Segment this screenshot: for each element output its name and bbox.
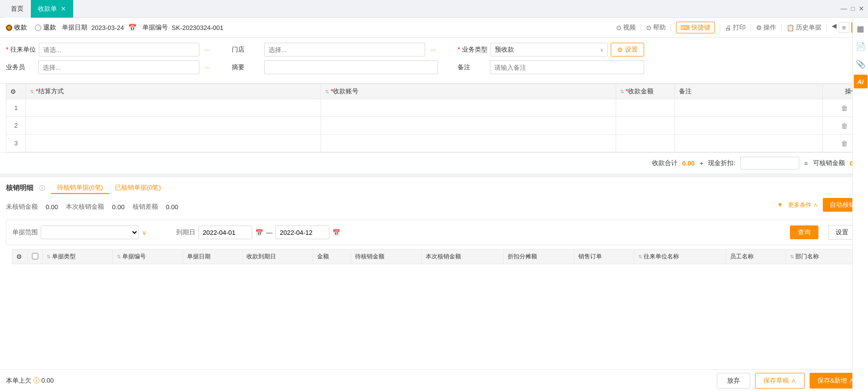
range-field: 单据范围 ∨ [12,225,147,239]
receipt-radio[interactable]: 收款 [6,23,27,32]
bottom-table: ⚙ ⇅ 单据类型 ⇅ 单据编号 单据日期 收款到期日 金额 待核销金额 本次核销… [12,249,856,264]
tab-home[interactable]: 首页 [4,0,31,18]
minimize-icon[interactable]: — [841,5,847,12]
chevron-down-icon: ∨ [600,47,603,53]
shortcut-btn[interactable]: ⌨ 快捷键 [676,22,715,33]
divider6 [826,24,827,31]
total-value: 0.00 [682,160,695,167]
info-icon[interactable]: ⓘ [33,377,40,384]
verify-section: 核销明细 ⓘ 待核销单据(0笔) 已核销单据(0笔) 未核销金额 0.00 本次… [0,177,868,269]
divider5 [781,24,782,31]
range-select[interactable] [41,225,139,239]
btcol-checkbox[interactable] [28,250,43,264]
row-settlement-1[interactable] [26,99,321,117]
business-type-select[interactable]: 预收款 ∨ [490,43,608,56]
sort-icon2: ⇅ [325,89,329,94]
verify-settings-btn[interactable]: 设置 [828,225,856,240]
row-account-1[interactable] [321,99,616,117]
store-more-btn[interactable]: ··· [428,46,438,54]
row-account-2[interactable] [321,117,616,135]
operation-btn[interactable]: ⚙ 操作 [756,23,776,32]
row-amount-2[interactable] [616,117,675,135]
unchecked-label: 未核销金额 [6,202,38,211]
select-all-checkbox[interactable] [32,253,38,259]
tab-receipt[interactable]: 收款单 ✕ [31,0,73,18]
discount-input[interactable] [740,157,799,169]
verify-info-icon[interactable]: ⓘ [39,184,45,193]
delete-icon-3[interactable]: 🗑 [841,140,848,147]
divider [641,24,641,31]
verify-tab-pending[interactable]: 待核销单据(0笔) [51,182,109,194]
close-icon[interactable]: ✕ [859,5,864,12]
table-row: 2 🗑 ⊕ [6,117,862,135]
counterpart-more-btn[interactable]: ··· [202,46,212,54]
row-settlement-3[interactable] [26,135,321,152]
video-btn[interactable]: ⊙ 视频 [616,23,636,32]
btcol-duedate: 收款到期日 [243,250,313,264]
row-settlement-2[interactable] [26,117,321,135]
query-btn[interactable]: 查询 [790,225,818,239]
maximize-icon[interactable]: □ [851,5,855,12]
doc-number-value: SK-20230324-001 [172,24,224,31]
filter-icon: ▼ [777,201,783,208]
sidebar-attach-icon[interactable]: 📎 [854,57,868,71]
btcol-gear[interactable]: ⚙ [12,250,28,264]
prev-layout-icon[interactable]: ◀ [832,22,837,33]
form-settings-btn[interactable]: ⚙ 设置 [611,43,644,56]
refund-radio[interactable]: 退款 [35,23,56,32]
video-icon: ⊙ [616,24,622,31]
due-date-label: 到期日 [176,228,195,237]
col-settlement: ⇅ *结算方式 [26,84,321,99]
abandon-btn[interactable]: 放弃 [717,373,750,389]
remark-input[interactable] [490,60,644,74]
delete-icon-2[interactable]: 🗑 [841,122,848,130]
col-gear[interactable]: ⚙ [6,84,26,99]
more-conditions-btn[interactable]: 更多条件 ∧ [788,201,818,209]
row-account-3[interactable] [321,135,616,152]
summary-field: 摘要 [232,60,438,74]
history-btn[interactable]: 📋 历史单据 [787,23,821,32]
date-to-input[interactable] [275,225,329,239]
salesperson-input[interactable] [38,60,199,74]
range-chevron-icon[interactable]: ∨ [142,229,147,236]
row-remark-1[interactable] [675,99,823,117]
form-row-2: 业务员 ··· 摘要 备注 [6,60,862,74]
summary-input[interactable] [264,60,438,74]
calendar-from-icon[interactable]: 📅 [255,229,263,236]
help-btn[interactable]: ⊙ 帮助 [646,23,666,32]
sidebar-ai-icon[interactable]: Ai [854,75,868,88]
verify-tabs: 待核销单据(0笔) 已核销单据(0笔) [51,182,167,194]
current-check-value: 0.00 [112,203,124,211]
row-remark-3[interactable] [675,135,823,152]
save-draft-btn[interactable]: 保存草稿 ∧ [755,373,805,389]
sidebar-doc-icon[interactable]: 📄 [854,39,868,53]
list-layout-icon[interactable]: ≡ [839,22,849,33]
doc-date-field: 单据日期 2023-03-24 📅 [62,23,136,32]
row-amount-3[interactable] [616,135,675,152]
total-label: 收款合计 [652,159,678,168]
main-area: 收款 退款 单据日期 2023-03-24 📅 单据编号 SK-20230324… [0,18,868,391]
sidebar-table-icon[interactable]: ▦ [854,22,868,35]
store-input[interactable] [264,43,425,56]
print-btn[interactable]: 🖨 打印 [725,23,746,32]
verify-tab-done[interactable]: 已核销单据(0笔) [109,182,167,194]
date-separator: — [266,229,272,236]
delete-icon-1[interactable]: 🗑 [841,104,848,112]
row-remark-2[interactable] [675,117,823,135]
bottom-table-wrapper: ⚙ ⇅ 单据类型 ⇅ 单据编号 单据日期 收款到期日 金额 待核销金额 本次核销… [6,249,862,264]
counterpart-input[interactable] [39,43,200,56]
salesperson-more-btn[interactable]: ··· [202,63,212,71]
sort-icon-bt1: ⇅ [47,254,51,259]
date-from-input[interactable] [198,225,252,239]
tab-close-icon[interactable]: ✕ [61,5,66,12]
btcol-counterpart: ⇅ 往来单位名称 [634,250,726,264]
bottom-bar: 本单上欠 ⓘ 0.00 放弃 保存草稿 ∧ 保存&新增 ∧ [0,369,868,391]
sort-icon-bt4: ⇅ [790,254,794,259]
net-label: 可核销金额 [813,159,845,168]
calendar-to-icon[interactable]: 📅 [332,229,340,236]
table-gear-icon[interactable]: ⚙ [10,88,16,95]
keyboard-icon: ⌨ [680,24,690,31]
calendar-icon[interactable]: 📅 [128,24,136,31]
bt-gear-icon[interactable]: ⚙ [16,253,22,260]
row-amount-1[interactable] [616,99,675,117]
